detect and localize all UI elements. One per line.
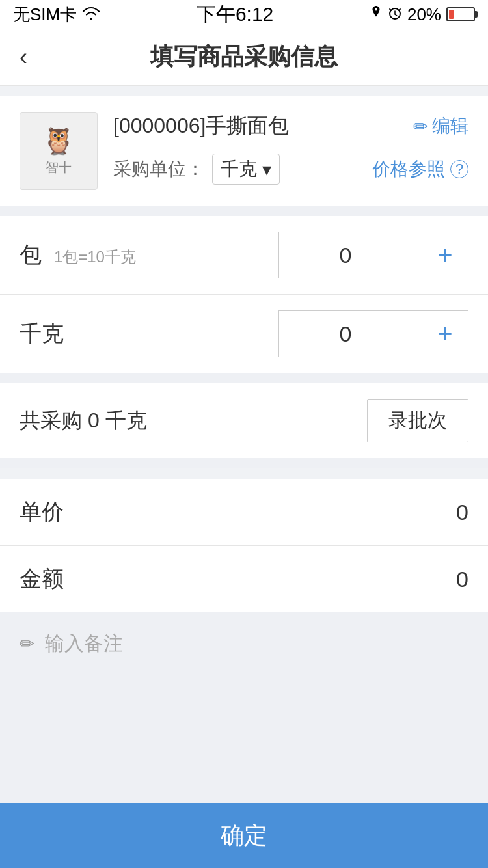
pencil-icon: ✏: [20, 633, 34, 655]
edit-label: 编辑: [432, 114, 468, 139]
divider-2: [0, 373, 488, 383]
kg-input-row: 千克 +: [0, 295, 488, 373]
bag-quantity-input[interactable]: [278, 232, 422, 278]
summary-row: 共采购 0 千克 录批次: [0, 383, 488, 458]
unit-select[interactable]: 千克 ▾: [212, 154, 280, 185]
summary-text: 共采购 0 千克: [20, 407, 147, 435]
product-unit-row: 采购单位： 千克 ▾ 价格参照 ?: [113, 154, 468, 185]
edit-icon: ✏: [413, 116, 428, 137]
price-section: 单价 0 金额 0: [0, 479, 488, 612]
product-thumb-icon: 🦉: [42, 126, 75, 156]
unit-label-text: 采购单位：: [113, 157, 204, 182]
nav-bar: ‹ 填写商品采购信息: [0, 29, 488, 86]
page-title: 填写商品采购信息: [150, 41, 338, 73]
edit-button[interactable]: ✏ 编辑: [413, 114, 468, 139]
unit-label: 采购单位： 千克 ▾: [113, 154, 280, 185]
status-bar-left: 无SIM卡: [13, 3, 100, 26]
wifi-icon: [82, 5, 100, 25]
remark-section[interactable]: ✏ 输入备注: [0, 612, 488, 675]
product-info: [0000006]手撕面包 ✏ 编辑 采购单位： 千克 ▾ 价格参照 ?: [113, 112, 468, 185]
divider-1: [0, 206, 488, 216]
unit-price-value: 0: [456, 500, 468, 525]
product-name-row: [0000006]手撕面包 ✏ 编辑: [113, 112, 468, 141]
batch-button[interactable]: 录批次: [367, 399, 468, 442]
kg-label-group: 千克: [20, 319, 64, 349]
location-icon: [370, 5, 383, 25]
product-thumbnail: 🦉 智十: [20, 112, 98, 190]
price-ref-label: 价格参照: [372, 157, 445, 182]
input-section: 包 1包=10千克 + 千克 +: [0, 216, 488, 373]
product-title: 手撕面包: [206, 114, 289, 137]
bag-sublabel: 1包=10千克: [54, 248, 136, 265]
confirm-button[interactable]: 确定: [0, 803, 488, 868]
product-name: [0000006]手撕面包: [113, 112, 289, 141]
carrier-label: 无SIM卡: [13, 3, 77, 26]
product-thumb-brand: 智十: [46, 159, 72, 176]
bag-input-right: +: [278, 232, 468, 278]
status-bar-time: 下午6:12: [197, 1, 273, 28]
remark-placeholder: 输入备注: [45, 631, 123, 657]
unit-price-label: 单价: [20, 497, 64, 527]
price-ref-button[interactable]: 价格参照 ?: [372, 157, 468, 182]
kg-input-right: +: [278, 310, 468, 357]
chevron-down-icon: ▾: [262, 159, 271, 180]
kg-label: 千克: [20, 321, 64, 346]
amount-row: 金额 0: [0, 546, 488, 612]
kg-plus-button[interactable]: +: [422, 310, 468, 357]
bag-label: 包: [20, 242, 42, 267]
amount-label: 金额: [20, 564, 64, 594]
bag-plus-button[interactable]: +: [422, 232, 468, 278]
product-code: [0000006]: [113, 114, 206, 137]
bag-label-group: 包 1包=10千克: [20, 240, 136, 270]
amount-value: 0: [456, 567, 468, 592]
bag-input-row: 包 1包=10千克 +: [0, 216, 488, 295]
battery-icon: [446, 7, 475, 21]
kg-quantity-input[interactable]: [278, 310, 422, 357]
battery-percent: 20%: [407, 5, 441, 25]
status-bar-right: 20%: [370, 5, 475, 25]
product-section: 🦉 智十 [0000006]手撕面包 ✏ 编辑 采购单位： 千克 ▾ 价格参照: [0, 96, 488, 206]
alarm-icon: [388, 5, 402, 25]
help-icon: ?: [450, 160, 468, 178]
back-button[interactable]: ‹: [20, 44, 27, 71]
unit-price-row: 单价 0: [0, 479, 488, 546]
status-bar: 无SIM卡 下午6:12 20%: [0, 0, 488, 29]
unit-value: 千克: [221, 157, 257, 182]
divider-3: [0, 458, 488, 468]
